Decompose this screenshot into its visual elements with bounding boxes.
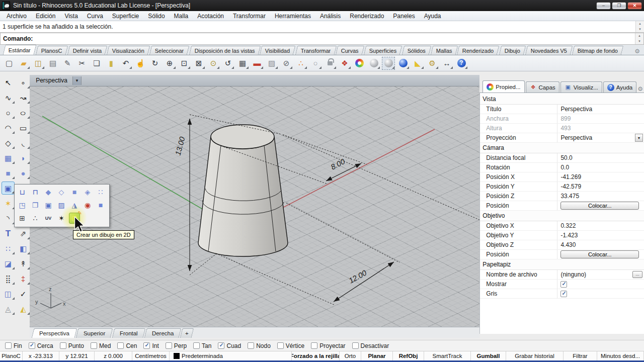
property-value[interactable]: Perspectiva▼ [557,133,644,142]
paste-icon[interactable]: ▮ [105,57,117,69]
help-icon[interactable] [455,57,467,69]
property-value[interactable]: -42.579 [557,182,644,191]
menu-item[interactable]: Transformar [228,12,270,21]
property-value[interactable]: 33.475 [557,192,644,201]
minimize-button[interactable]: – [596,2,611,10]
osnap-toggle[interactable]: Cuad [218,342,241,349]
point-icon[interactable]: ∘ [17,76,30,89]
print-icon[interactable]: ▤ [47,57,59,69]
fillet-curve-icon[interactable]: ◟ [17,136,30,149]
toolbar-tab[interactable]: Novedades V5 [525,46,573,55]
corner-surface-icon[interactable]: ◈ [82,186,94,198]
polygon-icon[interactable]: ◇ [2,136,15,149]
undo-icon[interactable]: ↶ [120,57,132,69]
zoom-extents-icon[interactable]: ⊠ [193,57,205,69]
viewport-tab[interactable]: Superior [76,328,113,338]
status-cell[interactable]: Planar [361,351,393,360]
array-icon[interactable]: ∷ [2,242,15,255]
striped-surface-icon[interactable]: ▨ [55,199,67,211]
status-cell[interactable]: z 0.000 [95,351,132,360]
property-value[interactable]: (ninguno)... [557,270,644,279]
render-sphere-icon[interactable] [368,57,380,69]
ellipse-icon[interactable]: ○ [17,106,30,119]
property-value[interactable]: 493 [557,124,644,133]
menu-item[interactable]: Paneles [388,12,419,21]
viewport-menu-chevron-icon[interactable]: ▼ [72,76,82,85]
status-cell[interactable]: Predeterminada [170,351,292,360]
zoom-dynamic-icon[interactable]: ⊕ [164,57,176,69]
array-grid-icon[interactable]: ⣿ [2,272,15,285]
render-sphere-blue-icon[interactable] [397,57,409,69]
check-icon[interactable]: ✓ [17,287,30,300]
select-pointer-icon[interactable]: ↖ [2,76,15,89]
explode-icon[interactable]: ✶ [2,197,15,210]
property-value[interactable]: 899 [557,114,644,123]
restore-button[interactable]: ❐ [612,2,626,10]
menu-item[interactable]: Superficie [108,12,143,21]
property-value[interactable]: Colocar... [557,201,644,210]
panel-tab[interactable]: Propied... [482,80,524,93]
box-frame-icon[interactable]: ▣ [42,199,54,211]
osnap-toggle[interactable]: Med [91,342,111,349]
checkbox[interactable] [166,342,172,349]
cplane-icon[interactable]: ▨ [266,57,278,69]
gears-icon[interactable]: ⚙ [426,57,438,69]
property-value[interactable]: 0.322 [557,221,644,230]
property-value[interactable]: Perspectiva [557,105,644,114]
sphere-icon[interactable]: ● [17,166,30,179]
extrude-up-icon[interactable]: ↟ [17,257,30,270]
history-scrollbar[interactable]: ▲ ▼ [635,21,644,32]
extrude-tapered-icon[interactable]: ⊓ [29,186,41,198]
osnap-toggle[interactable]: Vértice [277,342,304,349]
checkbox[interactable] [277,342,284,349]
scroll-down-icon[interactable]: ▼ [636,27,644,32]
color-wheel-icon[interactable] [353,57,365,69]
checkbox[interactable] [311,342,317,349]
checkbox[interactable] [218,342,224,349]
menu-item[interactable]: Archivo [2,12,31,21]
squares-icon[interactable]: ∷ [95,186,107,198]
circle-icon[interactable]: ○ [2,106,15,119]
viewport-layout-icon[interactable]: ▦ [236,57,249,69]
osnap-toggle[interactable]: Desactivar [352,342,389,349]
status-cell[interactable]: Orto [340,351,361,360]
toolbar-tab[interactable]: Definir vista [67,46,107,55]
property-value[interactable]: -1.423 [557,231,644,240]
property-value[interactable]: 4.430 [557,240,644,249]
dropdown-button[interactable]: ▼ [635,134,643,142]
status-cell[interactable]: x -23.313 [23,351,59,360]
text-icon[interactable]: T [2,227,15,240]
checkbox[interactable] [5,342,12,349]
browse-button[interactable]: ... [632,271,642,278]
viewport-title[interactable]: Perspectiva [30,77,72,84]
osnap-toggle[interactable]: Cerca [29,342,53,349]
panel-tab[interactable]: ▣Visualiz... [560,81,602,93]
solid-tools-icon[interactable]: ◬ [2,302,15,315]
property-value[interactable]: Colocar... [557,250,644,259]
toolbar-tab[interactable]: Curvas [336,46,364,55]
loft-icon[interactable]: ◫ [2,287,15,300]
status-cell[interactable]: PlanoC [0,351,23,360]
checkbox[interactable] [560,291,567,297]
section-icon[interactable]: ‡ [17,272,30,285]
tab-bar-gear-icon[interactable]: ⚙ [634,48,641,55]
property-value[interactable]: -41.269 [557,172,644,182]
car-icon[interactable]: ▬ [251,57,263,69]
circle-center-icon[interactable]: ⊘ [280,57,292,69]
toolbar-tab[interactable]: Mallas [430,46,457,55]
close-button[interactable]: ✕ [627,2,642,10]
menu-item[interactable]: Edición [31,12,60,21]
cone-points-icon[interactable]: ◮ [68,199,80,211]
lightbulb-icon[interactable]: ○ [309,57,321,69]
uv-editor-icon[interactable]: UV [42,212,54,224]
cone-object[interactable] [198,125,288,256]
patch-icon[interactable]: ◉ [82,199,94,211]
panel-tab[interactable]: ❖Capas [526,81,559,93]
status-cell[interactable]: RefObj [393,351,424,360]
checkbox[interactable] [248,342,254,349]
status-cell[interactable]: Filtrar [564,351,597,360]
menu-item[interactable]: Acotación [193,12,228,21]
toolbar-tab[interactable]: Visibilidad [260,46,296,55]
pinwheel-icon[interactable]: ✶ [55,212,67,224]
command-spinner[interactable]: ▲ ▼ [635,33,643,44]
